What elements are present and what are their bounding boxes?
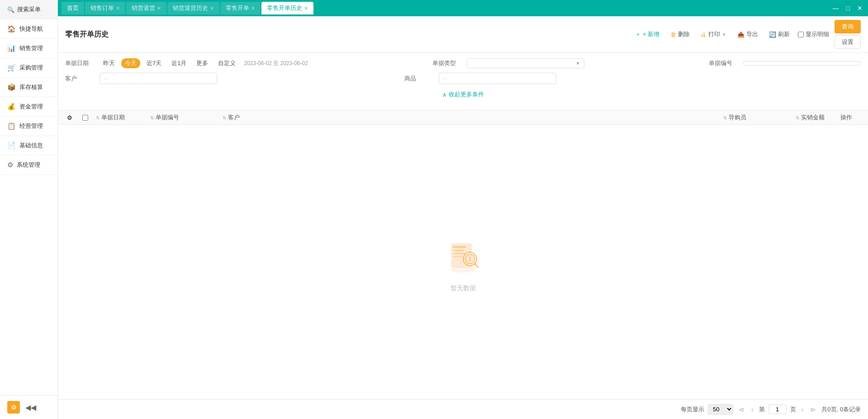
tab-sales-order-close[interactable]: ✕ bbox=[116, 5, 120, 11]
sort-icon-customer[interactable]: ⇅ bbox=[223, 115, 226, 120]
th-guide: ⇅ 导购员 bbox=[720, 113, 774, 122]
sidebar-item-label: 库存核算 bbox=[19, 83, 43, 91]
th-order-no: ⇅ 单据编号 bbox=[147, 113, 219, 122]
new-button[interactable]: ＋ + 新增 bbox=[632, 28, 662, 40]
tab-retail-open-close[interactable]: ✕ bbox=[251, 5, 255, 11]
display-detail-label: 显示明细 bbox=[806, 30, 829, 38]
th-amount-label: 实销金额 bbox=[801, 113, 825, 122]
total-info: 共0页, 0条记录 bbox=[821, 405, 861, 414]
col-settings-icon[interactable]: ⚙ bbox=[67, 114, 72, 121]
print-icon: 🖨 bbox=[701, 31, 707, 38]
page-unit: 页 bbox=[790, 405, 796, 414]
date-7days-btn[interactable]: 近7天 bbox=[143, 58, 165, 68]
sidebar-item-label: 系统管理 bbox=[17, 161, 40, 169]
page-number-input[interactable] bbox=[768, 405, 787, 414]
maximize-button[interactable]: □ bbox=[844, 4, 852, 13]
close-button[interactable]: ✕ bbox=[855, 4, 864, 13]
delete-button[interactable]: 🗑 删除 bbox=[668, 28, 693, 40]
date-1month-btn[interactable]: 近1月 bbox=[168, 58, 190, 68]
sidebar-search[interactable]: 🔍 搜索采单 bbox=[0, 0, 57, 19]
sidebar-item-sales-mgmt[interactable]: 📊 销售管理 bbox=[0, 39, 57, 58]
empty-illustration bbox=[441, 232, 486, 277]
filter-row-1: 单据日期 昨天 今天 近7天 近1月 更多 自定义 2023-06-02 至 2… bbox=[65, 58, 861, 68]
tab-sales-order[interactable]: 销售订单 ✕ bbox=[85, 2, 125, 14]
sidebar: 🔍 搜索采单 🏠 快捷导航 📊 销售管理 🛒 采购管理 📦 库存核算 💰 资金管… bbox=[0, 0, 58, 419]
prev-page-button[interactable]: ‹ bbox=[749, 405, 755, 414]
tab-sales-return-history[interactable]: 销货退货历史 ✕ bbox=[167, 2, 219, 14]
col-settings: ⚙ bbox=[62, 114, 78, 121]
next-page-button[interactable]: › bbox=[800, 405, 806, 414]
refresh-button[interactable]: 🔄 刷新 bbox=[766, 28, 792, 40]
sidebar-item-label: 经营管理 bbox=[19, 122, 43, 130]
sidebar-item-label: 采购管理 bbox=[19, 64, 43, 72]
sidebar-item-basic-info[interactable]: 📄 基础信息 bbox=[0, 136, 57, 155]
tab-sales-return[interactable]: 销货退货 ✕ bbox=[126, 2, 166, 14]
tab-retail-open-history[interactable]: 零售开单历史 ✕ bbox=[261, 2, 313, 14]
doc-type-select[interactable]: ▼ bbox=[467, 58, 584, 68]
goods-input[interactable]: ··· bbox=[439, 73, 556, 84]
date-more-btn[interactable]: 更多 bbox=[193, 58, 212, 68]
svg-point-9 bbox=[469, 257, 470, 258]
tab-retail-open-history-label: 零售开单历史 bbox=[267, 4, 302, 12]
goods-dots: ··· bbox=[443, 75, 448, 82]
th-customer: ⇅ 客户 bbox=[219, 113, 720, 122]
sidebar-item-quick-nav[interactable]: 🏠 快捷导航 bbox=[0, 19, 57, 39]
content-area: 零售开单历史 ＋ + 新增 🗑 删除 🖨 打印 ▼ 📤 导出 bbox=[58, 16, 868, 419]
filter-settings-button[interactable]: 设置 bbox=[835, 35, 861, 49]
date-range-text: 2023-06-02 至 2023-06-02 bbox=[244, 60, 308, 67]
delete-icon: 🗑 bbox=[670, 31, 676, 38]
th-date-label: 单据日期 bbox=[101, 113, 125, 122]
tab-home[interactable]: 首页 bbox=[62, 2, 84, 14]
doc-no-input[interactable] bbox=[743, 61, 861, 66]
col-check bbox=[78, 115, 92, 121]
sidebar-item-label: 资金管理 bbox=[19, 103, 43, 111]
th-date: ⇅ 单据日期 bbox=[92, 113, 147, 122]
minimize-button[interactable]: — bbox=[831, 4, 841, 13]
date-yesterday-btn[interactable]: 昨天 bbox=[100, 58, 119, 68]
sort-icon-amount[interactable]: ⇅ bbox=[796, 115, 799, 120]
per-page-label: 每页显示 bbox=[681, 405, 704, 414]
display-detail-checkbox[interactable]: 显示明细 bbox=[798, 30, 829, 38]
print-button[interactable]: 🖨 打印 ▼ bbox=[698, 28, 729, 40]
sort-icon-guide[interactable]: ⇅ bbox=[723, 115, 727, 120]
tab-sales-return-close[interactable]: ✕ bbox=[157, 5, 161, 11]
sort-icon-order[interactable]: ⇅ bbox=[150, 115, 154, 120]
tab-retail-open-history-close[interactable]: ✕ bbox=[304, 5, 308, 11]
sidebar-item-operations[interactable]: 📋 经营管理 bbox=[0, 117, 57, 136]
goods-label: 商品 bbox=[404, 75, 432, 83]
sidebar-item-purchase-mgmt[interactable]: 🛒 采购管理 bbox=[0, 58, 57, 78]
first-page-button[interactable]: ⊲ bbox=[737, 405, 746, 414]
query-button[interactable]: 查询 bbox=[835, 20, 861, 33]
th-op-label: 操作 bbox=[840, 113, 852, 122]
customer-dots: ··· bbox=[104, 75, 109, 82]
tab-retail-open[interactable]: 零售开单 ✕ bbox=[220, 2, 261, 14]
date-filter-buttons: 昨天 今天 近7天 近1月 更多 自定义 2023-06-02 至 2023-0… bbox=[100, 58, 308, 68]
search-icon: 🔍 bbox=[7, 6, 14, 13]
select-all-checkbox[interactable] bbox=[82, 115, 88, 121]
page-label: 第 bbox=[759, 405, 765, 414]
per-page-select[interactable]: 50 20 100 bbox=[708, 404, 733, 414]
customer-input[interactable]: ··· bbox=[100, 73, 217, 84]
tab-sales-return-label: 销货退货 bbox=[132, 4, 155, 12]
sidebar-item-label: 快捷导航 bbox=[19, 25, 43, 33]
settings-button[interactable]: ⚙ bbox=[7, 401, 20, 414]
sidebar-item-inventory[interactable]: 📦 库存核算 bbox=[0, 78, 57, 97]
sort-icon-date[interactable]: ⇅ bbox=[96, 115, 100, 120]
th-order-label: 单据编号 bbox=[156, 113, 179, 122]
sidebar-item-finance[interactable]: 💰 资金管理 bbox=[0, 97, 57, 117]
page-title: 零售开单历史 bbox=[65, 30, 632, 39]
export-button[interactable]: 📤 导出 bbox=[735, 28, 761, 40]
date-custom-btn[interactable]: 自定义 bbox=[214, 58, 239, 68]
collapse-conditions-btn[interactable]: ∧ 收起更多条件 bbox=[441, 89, 486, 100]
display-detail-input[interactable] bbox=[798, 32, 804, 38]
tab-sales-return-history-close[interactable]: ✕ bbox=[210, 5, 214, 11]
sidebar-item-system-mgmt[interactable]: ⚙ 系统管理 bbox=[0, 155, 57, 175]
date-today-btn[interactable]: 今天 bbox=[121, 58, 140, 68]
svg-rect-5 bbox=[453, 256, 462, 257]
th-customer-label: 客户 bbox=[228, 113, 240, 122]
box-icon: 📦 bbox=[7, 83, 16, 91]
last-page-button[interactable]: ⊳ bbox=[809, 405, 818, 414]
doc-type-arrow-icon: ▼ bbox=[575, 61, 580, 66]
collapse-sidebar-button[interactable]: ◀◀ bbox=[25, 403, 36, 412]
sidebar-search-label: 搜索采单 bbox=[17, 5, 41, 14]
